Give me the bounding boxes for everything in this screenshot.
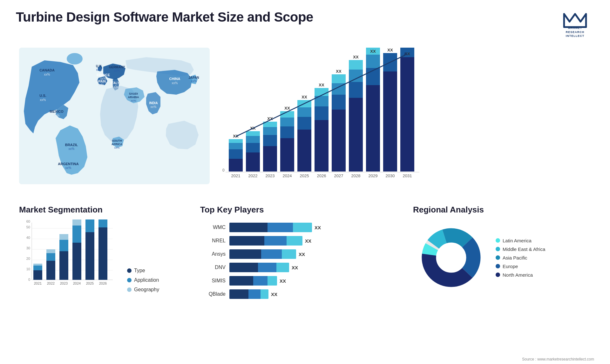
svg-rect-84	[383, 71, 397, 172]
player-dnv-seg3	[276, 263, 289, 272]
logo-area: MARKET RESEARCH INTELLECT MARKET RESEARC…	[556, 10, 594, 38]
player-dnv-name: DNV	[200, 265, 226, 270]
svg-text:xx%: xx%	[65, 166, 71, 170]
chart-section: 0 XX XX XX	[213, 44, 594, 197]
player-qblade-name: QBlade	[200, 291, 226, 297]
svg-rect-122	[46, 253, 55, 261]
player-ansys-name: Ansys	[200, 251, 226, 257]
svg-text:SAUDI: SAUDI	[129, 92, 138, 95]
player-dnv-val: XX	[292, 265, 298, 270]
main-grid: CANADA xx% U.S. xx% MEXICO xx% BRAZIL xx…	[16, 44, 594, 302]
segmentation-title: Market Segmentation	[19, 205, 187, 215]
player-wmc-val: XX	[315, 225, 321, 230]
svg-text:2031: 2031	[403, 173, 412, 178]
europe-label: Europe	[503, 264, 518, 269]
svg-text:ARGENTINA: ARGENTINA	[58, 162, 78, 166]
svg-rect-61	[297, 107, 311, 117]
player-ansys-bar-wrap: XX	[229, 249, 400, 259]
svg-rect-76	[349, 70, 363, 82]
europe-dot	[496, 264, 500, 268]
north-america-dot	[496, 273, 500, 277]
player-qblade-seg2	[248, 289, 261, 299]
svg-text:2026: 2026	[317, 173, 326, 178]
svg-rect-124	[59, 251, 68, 280]
svg-rect-118	[33, 270, 42, 280]
svg-rect-87	[400, 57, 414, 172]
logo-line1: MARKET	[566, 26, 585, 30]
svg-rect-40	[229, 149, 243, 159]
svg-text:xx%: xx%	[40, 98, 46, 102]
svg-rect-65	[315, 106, 329, 120]
svg-text:SOUTH: SOUTH	[112, 139, 122, 142]
svg-text:XX: XX	[284, 106, 290, 111]
svg-rect-81	[366, 55, 380, 68]
svg-text:xx%: xx%	[172, 81, 178, 85]
svg-text:INDIA: INDIA	[149, 101, 158, 105]
svg-rect-59	[297, 130, 311, 172]
legend-geography: Geography	[127, 287, 159, 293]
svg-text:2021: 2021	[34, 281, 42, 285]
svg-text:2028: 2028	[351, 173, 361, 178]
geography-dot	[127, 287, 132, 292]
svg-text:xx%: xx%	[151, 105, 157, 109]
svg-text:U.S.: U.S.	[39, 94, 46, 98]
mea-label: Middle East & Africa	[503, 246, 545, 252]
svg-text:2024: 2024	[73, 281, 81, 285]
svg-text:50: 50	[26, 225, 30, 229]
segmentation-section: Market Segmentation 0 10 20 30 40 50 60	[16, 202, 191, 302]
player-ansys-val: XX	[299, 252, 305, 257]
svg-text:SPAIN: SPAIN	[96, 80, 106, 83]
player-nrel-bar-wrap: XX	[229, 236, 400, 246]
player-simis: SIMIS XX	[200, 276, 400, 286]
asia-pacific-dot	[496, 255, 500, 260]
player-wmc-name: WMC	[200, 225, 226, 230]
svg-point-146	[437, 243, 465, 272]
svg-rect-75	[349, 82, 363, 98]
logo-box: MARKET RESEARCH INTELLECT MARKET RESEARC…	[556, 10, 594, 38]
bottom-grid: Market Segmentation 0 10 20 30 40 50 60	[16, 197, 594, 302]
player-dnv-seg1	[229, 263, 258, 272]
svg-text:XX: XX	[387, 48, 393, 52]
svg-text:XX: XX	[319, 83, 324, 87]
svg-text:CANADA: CANADA	[39, 68, 55, 72]
svg-rect-42	[229, 139, 243, 143]
player-ansys-bar	[229, 249, 296, 259]
svg-text:2029: 2029	[369, 173, 378, 178]
svg-text:JAPAN: JAPAN	[188, 76, 199, 79]
legend-europe: Europe	[496, 264, 545, 269]
player-ansys-seg2	[261, 249, 282, 259]
svg-text:2023: 2023	[60, 281, 68, 285]
legend-latin-america: Latin America	[496, 238, 545, 243]
mea-dot	[496, 247, 500, 251]
asia-pacific-label: Asia Pacific	[503, 255, 527, 260]
player-nrel-val: XX	[305, 238, 311, 244]
svg-point-5	[67, 53, 83, 64]
type-dot	[127, 268, 132, 273]
svg-rect-67	[315, 88, 329, 96]
growth-chart: 0 XX XX XX	[219, 48, 435, 184]
svg-text:2022: 2022	[248, 173, 258, 178]
svg-rect-60	[297, 117, 311, 130]
player-ansys: Ansys XX	[200, 249, 400, 259]
player-nrel: NREL XX	[200, 236, 400, 246]
svg-text:2023: 2023	[266, 173, 275, 178]
svg-text:0: 0	[222, 168, 225, 172]
svg-text:FRANCE: FRANCE	[97, 73, 110, 77]
player-wmc-bar	[229, 223, 312, 232]
svg-rect-133	[98, 219, 107, 227]
svg-text:xx%: xx%	[54, 114, 60, 117]
type-label: Type	[134, 268, 145, 273]
map-section: CANADA xx% U.S. xx% MEXICO xx% BRAZIL xx…	[16, 44, 213, 197]
player-qblade-seg3	[261, 289, 268, 299]
player-simis-seg1	[229, 276, 253, 286]
svg-text:ARABIA: ARABIA	[128, 96, 139, 99]
player-wmc-seg3	[293, 223, 312, 232]
source-text: Source : www.marketresearchintellect.com	[522, 357, 594, 361]
svg-marker-0	[564, 14, 586, 27]
svg-rect-47	[246, 131, 260, 136]
player-simis-bar	[229, 276, 277, 286]
svg-text:2027: 2027	[334, 173, 343, 178]
svg-rect-54	[280, 138, 294, 172]
svg-text:40: 40	[26, 236, 30, 239]
donut-chart	[413, 219, 489, 296]
